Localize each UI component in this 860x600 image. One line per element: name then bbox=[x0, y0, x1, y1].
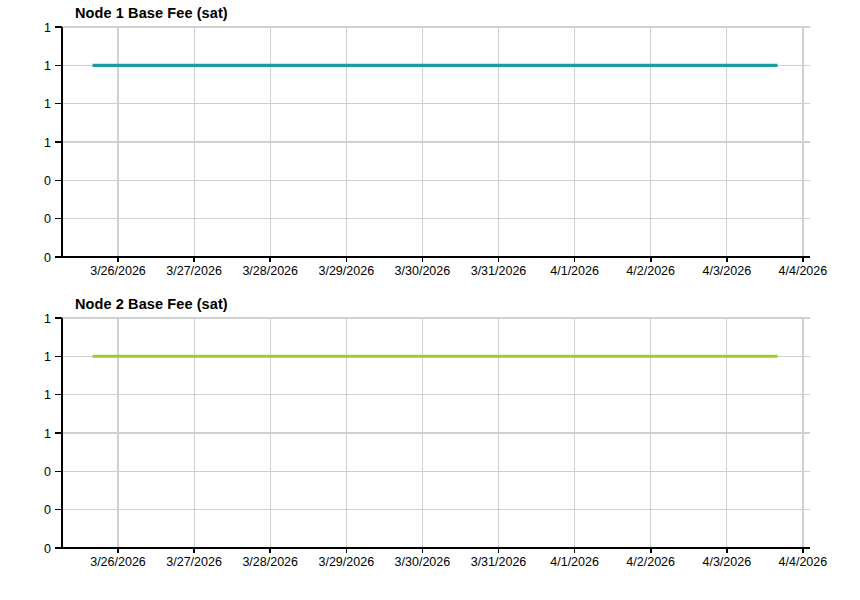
svg-text:1: 1 bbox=[44, 97, 51, 111]
svg-text:0: 0 bbox=[44, 542, 51, 556]
svg-text:3/30/2026: 3/30/2026 bbox=[395, 555, 451, 569]
svg-text:0: 0 bbox=[44, 174, 51, 188]
chart-node2-base-fee: Node 2 Base Fee (sat) 11110003/26/20263/… bbox=[0, 291, 860, 600]
svg-text:1: 1 bbox=[44, 312, 51, 326]
base-fee-dashboard: Node 1 Base Fee (sat) 11110003/26/20263/… bbox=[0, 0, 860, 600]
svg-text:3/31/2026: 3/31/2026 bbox=[471, 555, 527, 569]
svg-text:3/31/2026: 3/31/2026 bbox=[471, 264, 527, 278]
svg-text:1: 1 bbox=[44, 136, 51, 150]
svg-text:0: 0 bbox=[44, 503, 51, 517]
svg-text:4/1/2026: 4/1/2026 bbox=[550, 264, 599, 278]
svg-text:4/2/2026: 4/2/2026 bbox=[626, 555, 675, 569]
svg-text:3/26/2026: 3/26/2026 bbox=[90, 555, 146, 569]
svg-text:0: 0 bbox=[44, 212, 51, 226]
svg-text:3/27/2026: 3/27/2026 bbox=[166, 555, 222, 569]
svg-text:4/3/2026: 4/3/2026 bbox=[702, 264, 751, 278]
svg-text:4/1/2026: 4/1/2026 bbox=[550, 555, 599, 569]
svg-text:1: 1 bbox=[44, 21, 51, 35]
chart-node1-base-fee: Node 1 Base Fee (sat) 11110003/26/20263/… bbox=[0, 0, 860, 290]
node1-base-fee-plot: 11110003/26/20263/27/20263/28/20263/29/2… bbox=[0, 0, 860, 290]
svg-text:3/28/2026: 3/28/2026 bbox=[242, 555, 298, 569]
svg-text:0: 0 bbox=[44, 465, 51, 479]
svg-text:4/4/2026: 4/4/2026 bbox=[779, 555, 828, 569]
svg-text:1: 1 bbox=[44, 427, 51, 441]
svg-text:1: 1 bbox=[44, 388, 51, 402]
svg-text:3/27/2026: 3/27/2026 bbox=[166, 264, 222, 278]
svg-text:3/29/2026: 3/29/2026 bbox=[318, 264, 374, 278]
svg-text:4/2/2026: 4/2/2026 bbox=[626, 264, 675, 278]
svg-text:1: 1 bbox=[44, 350, 51, 364]
svg-text:3/26/2026: 3/26/2026 bbox=[90, 264, 146, 278]
svg-text:4/4/2026: 4/4/2026 bbox=[779, 264, 828, 278]
svg-text:4/3/2026: 4/3/2026 bbox=[702, 555, 751, 569]
svg-text:1: 1 bbox=[44, 59, 51, 73]
svg-text:3/30/2026: 3/30/2026 bbox=[395, 264, 451, 278]
svg-text:3/29/2026: 3/29/2026 bbox=[318, 555, 374, 569]
svg-text:0: 0 bbox=[44, 251, 51, 265]
node2-base-fee-plot: 11110003/26/20263/27/20263/28/20263/29/2… bbox=[0, 291, 860, 600]
svg-text:3/28/2026: 3/28/2026 bbox=[242, 264, 298, 278]
